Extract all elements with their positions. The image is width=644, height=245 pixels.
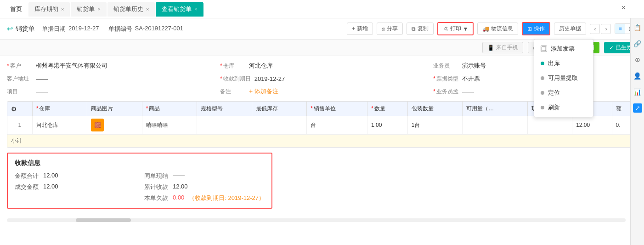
nav-next[interactable]: › <box>601 24 611 34</box>
payment-date-label: 收款到期日 <box>220 75 251 83</box>
warehouse-row: 仓库 河北仓库 <box>220 62 424 70</box>
copy-button[interactable]: ⧉ 复制 <box>407 23 434 35</box>
sidebar-icon-1[interactable]: 📋 <box>633 23 642 32</box>
subtotal-row: 小计 <box>7 135 637 148</box>
tab-history-close[interactable]: × <box>146 6 149 12</box>
staff2-value: —— <box>462 88 474 95</box>
window-close[interactable]: × <box>621 4 626 12</box>
view-list[interactable]: ≡ <box>615 24 625 34</box>
project-row: 项目 —— <box>7 87 211 96</box>
sidebar-icon-2[interactable]: 🔗 <box>633 39 642 48</box>
tab-inventory-close[interactable]: × <box>61 6 64 12</box>
doc-title-text: 销货单 <box>16 25 35 33</box>
operate-label: 操作 <box>534 25 545 33</box>
nav-arrows: ‹ › <box>590 24 611 34</box>
col-spec: 规格型号 <box>197 102 252 116</box>
from-phone-btn[interactable]: 📱 来自手机 <box>482 42 523 53</box>
operate-grid-icon: ⊞ <box>527 26 532 32</box>
row-qty: 1.00 <box>367 116 408 135</box>
sidebar-expand[interactable]: ⤢ <box>633 103 642 113</box>
horizontal-scrollbar[interactable] <box>7 218 626 222</box>
operate-button[interactable]: ⊞ 操作 <box>522 22 550 35</box>
tab-home[interactable]: 首页 <box>5 2 28 17</box>
tab-inventory-start[interactable]: 库存期初 × <box>28 2 70 17</box>
staff-label: 业务员 <box>433 62 458 70</box>
total-label: 金额合计 <box>15 172 39 180</box>
due-note: （收款到期日: 2019-12-27） <box>189 194 265 202</box>
share-label: 分享 <box>387 25 398 33</box>
col-product: 商品 <box>142 102 197 116</box>
menu-quantity-fetch[interactable]: 可用量提取 <box>534 71 593 85</box>
tab-view-sales[interactable]: 查看销货单 × <box>156 2 203 17</box>
menu-qty-fetch-label: 可用量提取 <box>548 74 578 82</box>
scrollbar-thumb[interactable] <box>76 218 131 222</box>
product-image-icon: 🧱 <box>94 122 101 128</box>
payment-info-box: 收款信息 金额合计 12.00 成交金额 12.00 同单现结 —— 累计收款 <box>7 153 272 209</box>
doc-no-label: 单据编号 <box>108 25 132 33</box>
copy-icon: ⧉ <box>412 26 416 32</box>
print-chevron: ▼ <box>463 26 469 32</box>
new-button[interactable]: + 新增 <box>347 23 373 35</box>
tab-view-sales-close[interactable]: × <box>194 6 197 12</box>
customer-label: 客户 <box>7 62 32 70</box>
same-order-label: 同单现结 <box>144 172 168 180</box>
main-content: ↩ 销货单 单据日期 2019-12-27 单据编号 SA-20191227-0… <box>0 18 644 245</box>
col-pack-qty: 包装数量 <box>407 102 463 116</box>
same-order-value: —— <box>173 172 185 180</box>
print-label: 打印 <box>450 25 461 33</box>
outbound-dot <box>541 62 544 65</box>
locate-dot <box>541 91 544 95</box>
qty-fetch-dot <box>541 76 544 80</box>
nav-prev[interactable]: ‹ <box>590 24 600 34</box>
doc-date-value: 2019-12-27 <box>68 25 99 33</box>
doc-icon: ↩ <box>7 24 13 33</box>
payment-date-row: 收款到期日 2019-12-27 <box>220 74 424 83</box>
doc-date-item: 单据日期 2019-12-27 <box>42 25 99 33</box>
share-button[interactable]: ⎋ 分享 <box>377 23 403 35</box>
note-label: 备注 <box>220 88 245 96</box>
history-button[interactable]: 历史单据 <box>554 23 586 35</box>
row-product: 嘻嘻嘻嘻 <box>142 116 197 135</box>
tab-sales-order[interactable]: 销货单 × <box>71 2 106 17</box>
row-stock <box>527 116 572 135</box>
note-add-btn[interactable]: + 添加备注 <box>249 87 278 96</box>
staff-value: 演示账号 <box>462 62 486 70</box>
note-row: 备注 + 添加备注 <box>220 87 424 96</box>
from-phone-label: 来自手机 <box>496 44 518 51</box>
menu-outbound[interactable]: 出库 <box>534 56 593 71</box>
product-image: 🧱 <box>91 119 104 131</box>
ticket-label: 票据类型 <box>433 75 458 83</box>
transaction-value: 12.00 <box>43 183 58 191</box>
address-row: 客户地址 —— <box>7 74 211 83</box>
doc-actions: + 新增 ⎋ 分享 ⧉ 复制 🖨 打印 ▼ 🚚 物流信息 ⊞ 操作 <box>347 22 637 35</box>
menu-refresh[interactable]: 刷新 <box>534 100 593 115</box>
warehouse-label: 仓库 <box>220 62 245 70</box>
print-button[interactable]: 🖨 打印 ▼ <box>437 22 474 35</box>
tab-inventory-label: 库存期初 <box>34 5 58 13</box>
sidebar-icon-4[interactable]: 👤 <box>633 71 642 80</box>
menu-add-invoice[interactable]: ☐ 添加发票 <box>534 41 593 56</box>
subtotal-label: 小计 <box>7 135 637 148</box>
due-value: 0.00 <box>173 194 184 202</box>
project-value: —— <box>36 88 48 95</box>
cumulative-label: 累计收款 <box>144 183 168 191</box>
sidebar-icon-3[interactable]: ⊕ <box>633 55 642 64</box>
new-label: + 新增 <box>352 25 367 33</box>
col-settings[interactable]: ⚙ <box>7 102 32 116</box>
menu-locate[interactable]: 定位 <box>534 85 593 100</box>
logistics-icon: 🚚 <box>482 26 489 32</box>
menu-refresh-label: 刷新 <box>548 103 560 112</box>
total-row: 金额合计 12.00 <box>15 172 135 180</box>
operate-dropdown: ☐ 添加发票 出库 可用量提取 定位 刷新 <box>534 39 593 117</box>
menu-outbound-label: 出库 <box>548 59 560 68</box>
tab-sales-close[interactable]: × <box>97 6 100 12</box>
customer-row: 客户 柳州粤港平安气体有限公司 <box>7 62 211 70</box>
row-min-stock <box>252 116 307 135</box>
logistics-button[interactable]: 🚚 物流信息 <box>477 23 518 35</box>
sidebar-icon-5[interactable]: 📊 <box>633 87 642 97</box>
staff2-label: 业务员孟 <box>433 88 458 96</box>
cumulative-row: 累计收款 12.00 <box>144 183 265 191</box>
customer-value: 柳州粤港平安气体有限公司 <box>36 62 107 70</box>
transaction-label: 成交金额 <box>15 183 39 191</box>
tab-sales-history[interactable]: 销货单历史 × <box>107 2 155 17</box>
